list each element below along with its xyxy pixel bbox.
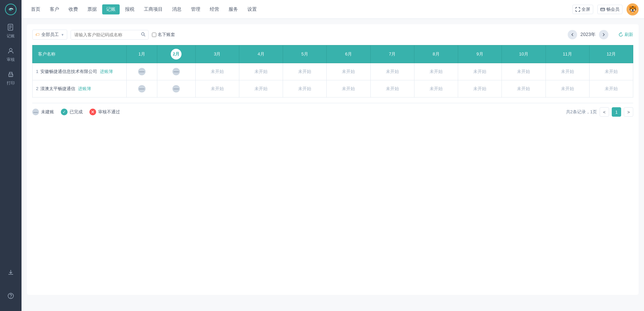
th-month-6: 6月 — [327, 45, 370, 63]
not-built-dot: — — [32, 109, 39, 115]
fullscreen-button[interactable]: 全屏 — [572, 5, 593, 14]
nav-message[interactable]: 消息 — [168, 4, 186, 14]
status-dash-icon: — — [172, 68, 180, 75]
main-area: 首页 客户 收费 票据 记账 报税 工商项目 消息 管理 经营 服务 设置 全屏… — [22, 0, 644, 311]
nav-invoice[interactable]: 票据 — [83, 4, 101, 14]
cell-month-4: 未开始 — [239, 63, 283, 80]
refresh-icon — [618, 32, 623, 37]
not-started-text: 未开始 — [254, 69, 268, 74]
prev-page-button[interactable]: < — [600, 107, 609, 117]
not-started-text: 未开始 — [211, 86, 224, 91]
svg-rect-11 — [601, 8, 605, 11]
th-month-4: 4月 — [239, 45, 283, 63]
help-icon — [5, 291, 16, 301]
th-client-name: 客户名称 — [33, 45, 127, 63]
nav-bookkeeping[interactable]: 记账 — [102, 4, 120, 14]
nav-client[interactable]: 客户 — [46, 4, 63, 14]
nav-service[interactable]: 服务 — [225, 4, 242, 14]
bookkeeping-icon — [5, 23, 16, 32]
content-area: 🏷 全部员工 ▼ 名下账套 — [22, 19, 644, 311]
nav-settings[interactable]: 设置 — [243, 4, 261, 14]
cell-month-10: 未开始 — [502, 80, 546, 98]
cell-month-11: 未开始 — [546, 63, 589, 80]
table-body: 1安徽畅捷通信息技术有限公司进账簿——未开始未开始未开始未开始未开始未开始未开始… — [33, 63, 633, 98]
search-button[interactable] — [138, 30, 148, 39]
nav-operations[interactable]: 经营 — [206, 4, 223, 14]
not-started-text: 未开始 — [342, 86, 355, 91]
next-year-icon — [602, 33, 605, 37]
search-box — [71, 30, 149, 40]
active-month-circle: 2月 — [171, 49, 182, 60]
filter-icon: 🏷 — [35, 32, 39, 37]
svg-rect-7 — [9, 75, 12, 76]
search-icon — [141, 32, 146, 37]
fullscreen-icon — [575, 7, 580, 12]
sidebar-item-print[interactable]: 打印 — [0, 66, 22, 89]
cell-month-2: — — [157, 80, 195, 98]
page-info: 共2条记录，1页 — [566, 109, 597, 115]
year-display: 2023年 — [580, 32, 596, 38]
sidebar-logo — [0, 0, 22, 19]
nav-tax[interactable]: 报税 — [121, 4, 138, 14]
member-button[interactable]: 畅会员 — [597, 5, 622, 14]
cell-client-name: 2漠澳太平畅捷通信进账簿 — [33, 80, 127, 98]
nav-bizproject[interactable]: 工商项目 — [140, 4, 167, 14]
not-started-text: 未开始 — [430, 69, 443, 74]
sidebar-item-bookkeeping[interactable]: 记账 — [0, 19, 22, 42]
legend-completed: ✓ 已完成 — [61, 109, 83, 115]
svg-line-14 — [144, 35, 145, 36]
cell-month-1: — — [127, 80, 157, 98]
print-icon — [5, 70, 16, 79]
legend: — 未建账 ✓ 已完成 ✕ 审核不通过 — [32, 109, 120, 115]
enter-ledger-link[interactable]: 进账簿 — [100, 69, 113, 74]
svg-point-8 — [12, 74, 13, 75]
cell-month-1: — — [127, 63, 157, 80]
audit-icon — [5, 46, 16, 55]
cell-client-name: 1安徽畅捷通信息技术有限公司进账簿 — [33, 63, 127, 80]
avatar[interactable]: 🐯 — [627, 3, 639, 15]
nav-home[interactable]: 首页 — [27, 4, 44, 14]
legend-rejected: ✕ 审核不通过 — [89, 109, 120, 115]
sidebar-bottom — [0, 261, 22, 311]
topnav-right: 全屏 畅会员 🐯 — [572, 3, 639, 15]
not-started-text: 未开始 — [430, 86, 443, 91]
rejected-dot: ✕ — [89, 109, 96, 115]
nav-management[interactable]: 管理 — [187, 4, 204, 14]
main-panel: 🏷 全部员工 ▼ 名下账套 — [27, 24, 639, 295]
enter-ledger-link[interactable]: 进账簿 — [78, 86, 91, 91]
cell-month-5: 未开始 — [283, 63, 327, 80]
prev-year-icon — [571, 33, 574, 37]
toolbar: 🏷 全部员工 ▼ 名下账套 — [32, 30, 633, 40]
not-started-text: 未开始 — [211, 69, 224, 74]
next-year-button[interactable] — [599, 30, 608, 39]
logo-icon — [5, 3, 17, 15]
next-page-button[interactable]: > — [624, 107, 633, 117]
not-started-text: 未开始 — [298, 69, 311, 74]
cell-month-3: 未开始 — [195, 80, 239, 98]
th-month-1: 1月 — [127, 45, 157, 63]
nav-billing[interactable]: 收费 — [65, 4, 82, 14]
sidebar-print-label: 打印 — [7, 80, 15, 86]
checkbox-under-account[interactable] — [152, 33, 156, 37]
table-row: 1安徽畅捷通信息技术有限公司进账簿——未开始未开始未开始未开始未开始未开始未开始… — [33, 63, 633, 80]
sidebar-item-help[interactable] — [0, 284, 22, 308]
sidebar-item-audit[interactable]: 审核 — [0, 42, 22, 66]
current-page-button[interactable]: 1 — [612, 107, 621, 117]
svg-point-13 — [142, 33, 144, 35]
pagination: 共2条记录，1页 < 1 > — [566, 107, 633, 117]
cell-month-6: 未开始 — [327, 63, 370, 80]
checkbox-label[interactable]: 名下账套 — [152, 32, 175, 38]
completed-label: 已完成 — [70, 109, 83, 115]
search-input[interactable] — [71, 31, 138, 39]
not-started-text: 未开始 — [517, 69, 530, 74]
cell-month-12: 未开始 — [589, 63, 633, 80]
sidebar-bookkeeping-label: 记账 — [7, 33, 15, 39]
th-month-5: 5月 — [283, 45, 327, 63]
not-started-text: 未开始 — [605, 86, 618, 91]
refresh-button[interactable]: 刷新 — [618, 32, 633, 38]
employee-filter[interactable]: 🏷 全部员工 ▼ — [32, 30, 67, 40]
sidebar-item-download[interactable] — [0, 261, 22, 284]
table-container: 客户名称 1月 2月 3月 4月 5月 6月 7月 8月 9月 — [32, 45, 633, 98]
prev-year-button[interactable] — [568, 30, 577, 39]
th-month-3: 3月 — [195, 45, 239, 63]
